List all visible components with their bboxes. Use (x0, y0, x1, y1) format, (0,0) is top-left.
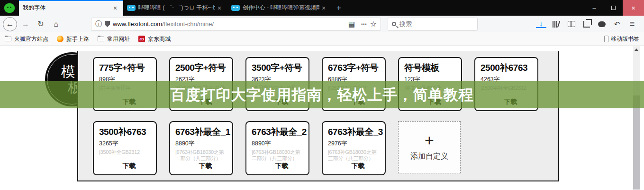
card-count: 2976字 (328, 140, 380, 148)
search-placeholder: 搜索 (399, 20, 412, 28)
firefox-icon (57, 36, 63, 42)
bookmark-star-icon[interactable]: ☆ (370, 19, 377, 28)
card-desc: |6763补GB18030之第二部分（共三部分） (252, 149, 303, 162)
screenshot-icon[interactable] (581, 19, 592, 29)
badge-char-1: 模 (61, 64, 75, 79)
download-button[interactable]: 下载 (174, 162, 233, 171)
navigation-bar: ← → ↻ ⌂ ⓘ www.flexifont.com/flexifont-ch… (0, 16, 644, 32)
menu-icon[interactable]: ≡ (627, 19, 637, 29)
card-count: 3265字 (99, 140, 151, 148)
chat-icon[interactable] (597, 19, 607, 29)
add-custom-label: 添加自定义 (410, 152, 448, 162)
url-bar[interactable]: ⓘ www.flexifont.com/flexifont-chn/mine/ … (91, 18, 381, 31)
card-title: 6763字+符号 (328, 62, 380, 74)
new-tab-button[interactable]: + (332, 0, 346, 16)
bookmark-folder-common-sites[interactable]: 常用网址 (98, 35, 130, 43)
window-controls: – × (585, 0, 644, 16)
font-card: 6763补最全_32976字|6763补GB18030之第三部分（共三部分）下载 (322, 121, 386, 175)
mobile-bookmarks-label: 移动版书签 (611, 35, 639, 43)
library-icon[interactable] (551, 19, 562, 29)
tab-bar: 我的字体 × 哔哩哔哩 ( ゜- ゜)つロ 干杯~-b × 创作中心 - 哔哩哔… (0, 0, 644, 16)
card-title: 符号模板 (404, 62, 456, 74)
download-button[interactable]: 下载 (251, 162, 309, 171)
card-title: 2500补6763 (481, 62, 532, 74)
home-button[interactable]: ⌂ (49, 18, 63, 31)
divider (358, 20, 358, 28)
maximize-button[interactable] (604, 0, 623, 16)
maximize-icon (611, 6, 616, 10)
phone-icon (604, 36, 608, 42)
download-button[interactable]: 下载 (327, 162, 386, 171)
tracking-protection-shield-icon[interactable] (105, 21, 110, 27)
close-button[interactable]: × (623, 0, 644, 16)
plus-icon: + (425, 133, 434, 147)
card-title: 6763补最全_3 (328, 126, 380, 138)
bookmark-label: 火狐官方站点 (14, 35, 48, 43)
restore-icon[interactable]: ↶ (612, 19, 622, 29)
bookmark-label: 新手上路 (66, 35, 89, 43)
card-title: 3500字+符号 (252, 62, 303, 74)
card-desc: |6763补GB18030之第一部分（共三部分） (175, 149, 227, 162)
card-desc: |3500补全GB2312 (99, 149, 151, 155)
mobile-bookmarks[interactable]: 移动版书签 (604, 35, 639, 43)
card-title: 6763补最全_1 (175, 126, 227, 138)
minimize-button[interactable]: – (585, 0, 604, 16)
toolbar-icons: ↓ ↶ ≡ (536, 19, 641, 29)
folder-icon (98, 37, 104, 41)
tab-bilibili[interactable]: 哔哩哔哩 ( ゜- ゜)つロ 干杯~-b × (123, 0, 227, 16)
card-title: 775字+符号 (99, 62, 151, 74)
search-input[interactable]: 搜索 (388, 18, 478, 31)
wechat-icon (4, 3, 15, 13)
qr-code-icon[interactable]: ▦ (348, 20, 355, 28)
page-info-icon[interactable]: ⓘ (95, 20, 102, 28)
page-actions-icon[interactable]: ••• (361, 22, 367, 27)
sidebar-icon[interactable] (566, 19, 577, 29)
tab-my-fonts[interactable]: 我的字体 × (19, 0, 123, 16)
font-card: 6763补最全_28890字|6763补GB18030之第二部分（共三部分）下载 (245, 121, 309, 175)
card-title: 3500补6763 (99, 126, 151, 138)
card-desc: |6763补GB18030之第三部分（共三部分） (328, 149, 380, 162)
bilibili-favicon-icon (231, 5, 240, 11)
browser-window: 我的字体 × 哔哩哔哩 ( ゜- ゜)つロ 干杯~-b × 创作中心 - 哔哩哔… (0, 0, 644, 190)
bilibili-favicon-icon (127, 5, 136, 11)
page-viewport: 模 板 775字+符号898字|拼字实验用字下载2500字+符号2623字|现代… (0, 46, 644, 190)
folder-icon (5, 37, 11, 41)
bookmark-jd-mall[interactable]: JD 京东商城 (138, 35, 171, 43)
tab-label: 创作中心 - 哔哩哔哩弹幕视频网 (243, 4, 319, 12)
bookmark-folder-firefox-official[interactable]: 火狐官方站点 (5, 35, 48, 43)
download-button[interactable]: 下载 (98, 162, 157, 171)
downloads-icon[interactable]: ↓ (536, 20, 546, 28)
bookmark-getting-started[interactable]: 新手上路 (57, 35, 89, 43)
wechat-tray-icon[interactable] (0, 0, 19, 16)
page-scrollbar[interactable] (633, 46, 640, 190)
tab-label: 我的字体 (23, 4, 111, 12)
promo-banner-text: 百度打印大字使用指南，轻松上手，简单教程 (171, 85, 474, 105)
search-icon (392, 22, 396, 26)
tab-close-icon[interactable]: × (111, 4, 119, 12)
reload-button[interactable]: ↻ (34, 18, 47, 31)
card-title: 2500字+符号 (175, 62, 227, 74)
tab-close-icon[interactable]: × (319, 4, 328, 12)
tab-bilibili-creator[interactable]: 创作中心 - 哔哩哔哩弹幕视频网 × (227, 0, 332, 16)
url-host: www.flexifont.com (113, 20, 162, 28)
promo-banner: 百度打印大字使用指南，轻松上手，简单教程 (0, 81, 644, 108)
card-count: 8890字 (175, 140, 227, 148)
tab-close-icon[interactable]: × (215, 4, 224, 12)
url-path: /flexifont-chn/mine/ (162, 20, 214, 28)
bookmark-label: 京东商城 (148, 35, 171, 43)
font-card: 3500补67633265字|3500补全GB2312下载 (93, 121, 157, 175)
add-card[interactable]: + 添加自定义 (398, 121, 461, 173)
jd-icon: JD (138, 36, 145, 42)
bookmarks-bar: 火狐官方站点 新手上路 常用网址 JD 京东商城 移动版书签 (0, 32, 644, 46)
scrollbar-thumb[interactable] (633, 95, 640, 190)
font-template-panel: 775字+符号898字|拼字实验用字下载2500字+符号2623字|现代汉语常用… (77, 51, 559, 181)
back-button[interactable]: ← (3, 17, 17, 31)
card-row-2: 3500补67633265字|3500补全GB2312下载6763补最全_188… (93, 121, 558, 175)
card-title: 6763补最全_2 (252, 126, 303, 138)
url-text[interactable]: www.flexifont.com/flexifont-chn/mine/ (113, 20, 345, 28)
font-card: 6763补最全_18890字|6763补GB18030之第一部分（共三部分）下载 (169, 121, 233, 175)
tab-label: 哔哩哔哩 ( ゜- ゜)つロ 干杯~-b (138, 4, 215, 12)
card-count: 8890字 (252, 140, 303, 148)
forward-button[interactable]: → (19, 18, 32, 31)
scroll-up-icon[interactable] (633, 46, 640, 53)
